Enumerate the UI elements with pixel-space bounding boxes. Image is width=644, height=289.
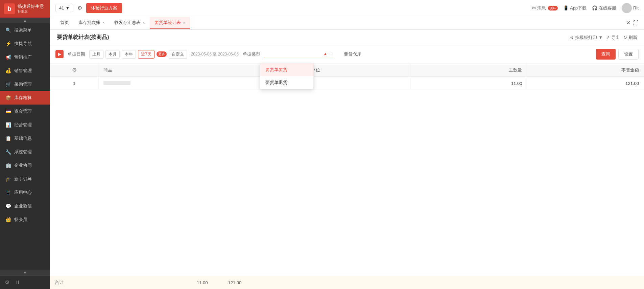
tab-receivable-summary-close[interactable]: × — [143, 20, 145, 25]
sidebar-label-marketing: 营销推广 — [14, 54, 32, 60]
sidebar-label-wechat: 企业微信 — [14, 203, 32, 209]
messages-label: 消息 — [537, 5, 546, 11]
sidebar-label-sales: 销售管理 — [14, 68, 32, 74]
inventory-icon: 📦 — [5, 94, 11, 101]
sidebar-item-guide[interactable]: 🎓 新手引导 — [0, 172, 50, 186]
date-options-group: 上月 本月 本年 近7天 更多 自定义 — [89, 50, 187, 59]
vip-icon: 👑 — [5, 216, 11, 223]
topbar-left: 41 ▼ ⚙ 体验行业方案 — [55, 3, 122, 13]
purchase-icon: 🛒 — [5, 81, 11, 88]
date-btn-last-month[interactable]: 上月 — [89, 50, 103, 59]
collapse-icon[interactable]: ⏸ — [15, 280, 20, 286]
col-header-seq: ⚙ — [50, 63, 99, 77]
sidebar-item-search[interactable]: 🔍 搜索菜单 — [0, 23, 50, 37]
refresh-button[interactable]: ↻ 刷新 — [623, 35, 637, 41]
gear-icon[interactable]: ⚙ — [77, 5, 82, 11]
enterprise-icon: 🏢 — [5, 162, 11, 169]
quicknav-icon: ⚡ — [5, 40, 11, 47]
sidebar-label-purchase: 采购管理 — [14, 81, 32, 87]
date-btn-custom[interactable]: 自定义 — [169, 50, 187, 59]
basic-icon: 📋 — [5, 135, 11, 142]
sidebar-label-vip: 畅会员 — [14, 217, 27, 223]
sidebar-item-quicknav[interactable]: ⚡ 快捷导航 — [0, 37, 50, 50]
export-button[interactable]: ↗ 导出 — [606, 35, 620, 41]
date-btn-this-month[interactable]: 本月 — [105, 50, 120, 59]
logo-icon: b — [4, 3, 15, 14]
topbar-dropdown[interactable]: 41 ▼ — [55, 4, 73, 12]
maximize-icon[interactable]: ⛶ — [633, 20, 639, 26]
page-header-actions: 🖨 按模板打印 ▼ ↗ 导出 ↻ 刷新 — [569, 35, 637, 41]
date-btn-this-year[interactable]: 本年 — [122, 50, 136, 59]
doc-type-label: 单据类型 — [243, 51, 260, 57]
sidebar-label-guide: 新手引导 — [14, 176, 32, 182]
sidebar-item-basic[interactable]: 📋 基础信息 — [0, 132, 50, 145]
sidebar-scroll-up[interactable]: ▲ — [0, 18, 50, 23]
tab-inventory-batch[interactable]: 库存批次账 × — [74, 17, 110, 29]
tab-requisition-stats[interactable]: 要货单统计表 × — [150, 17, 190, 29]
tab-inventory-batch-close[interactable]: × — [102, 20, 105, 25]
chevron-down-icon: ▼ — [65, 5, 70, 10]
col-header-qty: 主数量 — [410, 63, 527, 77]
sidebar-item-system[interactable]: 🔧 系统管理 — [0, 145, 50, 159]
close-all-icon[interactable]: ✕ — [626, 20, 630, 26]
sidebar-item-marketing[interactable]: 📢 营销推广 — [0, 50, 50, 64]
tab-requisition-stats-label: 要货单统计表 — [154, 20, 181, 26]
print-label: 按模板打印 — [575, 35, 597, 41]
service-icon: 🎧 — [592, 5, 597, 10]
cell-qty: 11.00 — [410, 77, 527, 90]
sidebar-item-appcenter[interactable]: 📱 应用中心 — [0, 186, 50, 199]
table-row: 1 块 11.00 121.00 — [50, 77, 644, 90]
filter-expand-button[interactable]: ▶ — [55, 50, 64, 58]
sidebar-item-wechat[interactable]: 💬 企业微信 — [0, 199, 50, 213]
settings-button[interactable]: 设置 — [618, 49, 639, 60]
date-filter-label: 单据日期 — [68, 51, 85, 57]
print-icon: 🖨 — [569, 35, 574, 40]
logo-text-wrap: 畅捷通好生意 标准版 — [18, 4, 44, 14]
sidebar-item-sales[interactable]: 💰 销售管理 — [0, 64, 50, 77]
print-button[interactable]: 🖨 按模板打印 ▼ — [569, 35, 603, 41]
page-title: 要货单统计表(按商品) — [57, 34, 109, 41]
sidebar-nav: 🔍 搜索菜单 ⚡ 快捷导航 📢 营销推广 💰 销售管理 🛒 采购管理 📦 库存核… — [0, 23, 50, 270]
messages-button[interactable]: ✉ 消息 99+ — [532, 5, 558, 11]
table-footer: 合计 11.00 121.00 — [50, 276, 644, 289]
tab-receivable-summary-label: 收发存汇总表 — [114, 20, 141, 26]
dropdown-item-requisition-return[interactable]: 要货单退货 — [260, 76, 313, 89]
dropdown-item-requisition-order[interactable]: 要货单要货 — [260, 63, 313, 76]
service-button[interactable]: 🎧 在线客服 — [592, 5, 616, 11]
search-icon: 🔍 — [5, 27, 11, 34]
col-settings-icon[interactable]: ⚙ — [72, 67, 77, 73]
refresh-icon: ↻ — [623, 35, 627, 40]
app-icon: 📱 — [563, 5, 569, 10]
doc-type-input[interactable] — [264, 51, 321, 56]
sidebar-label-quicknav: 快捷导航 — [14, 41, 32, 47]
sidebar-scroll-down[interactable]: ▼ — [0, 270, 50, 275]
doc-type-chevron-up-icon: ▲ — [323, 51, 327, 56]
cell-amount: 121.00 — [527, 77, 644, 90]
warehouse-label: 要货仓库 — [344, 51, 361, 57]
sidebar-item-finance[interactable]: 💳 资金管理 — [0, 105, 50, 118]
doc-type-select[interactable]: ▲ ··· — [264, 51, 333, 57]
sidebar-item-vip[interactable]: 👑 畅会员 — [0, 213, 50, 226]
date-btn-last-7-days[interactable]: 近7天 — [138, 50, 154, 59]
data-table: ⚙ 商品 主计量单位 主数量 零售金额 1 块 — [50, 63, 644, 90]
sidebar-item-purchase[interactable]: 🛒 采购管理 — [0, 77, 50, 91]
query-button[interactable]: 查询 — [596, 49, 616, 60]
sales-icon: 💰 — [5, 67, 11, 74]
settings-icon[interactable]: ⚙ — [5, 279, 9, 286]
doc-type-more-icon[interactable]: ··· — [329, 51, 333, 56]
col-header-amount: 零售金额 — [527, 63, 644, 77]
sidebar-item-operation[interactable]: 📊 经营管理 — [0, 118, 50, 132]
user-name: Rit — [633, 5, 639, 10]
appcenter-icon: 📱 — [5, 189, 11, 196]
guide-icon: 🎓 — [5, 176, 11, 182]
trial-button[interactable]: 体验行业方案 — [86, 3, 122, 13]
tab-receivable-summary[interactable]: 收发存汇总表 × — [110, 17, 150, 29]
app-download-button[interactable]: 📱 App下载 — [563, 5, 587, 11]
user-profile[interactable]: Rit — [622, 3, 639, 13]
tab-requisition-stats-close[interactable]: × — [183, 20, 185, 25]
wechat-icon: 💬 — [5, 203, 11, 209]
sidebar-item-enterprise[interactable]: 🏢 企业协同 — [0, 159, 50, 172]
tab-home[interactable]: 首页 — [55, 17, 74, 29]
service-label: 在线客服 — [599, 5, 616, 11]
sidebar-item-inventory[interactable]: 📦 库存核算 — [0, 91, 50, 105]
